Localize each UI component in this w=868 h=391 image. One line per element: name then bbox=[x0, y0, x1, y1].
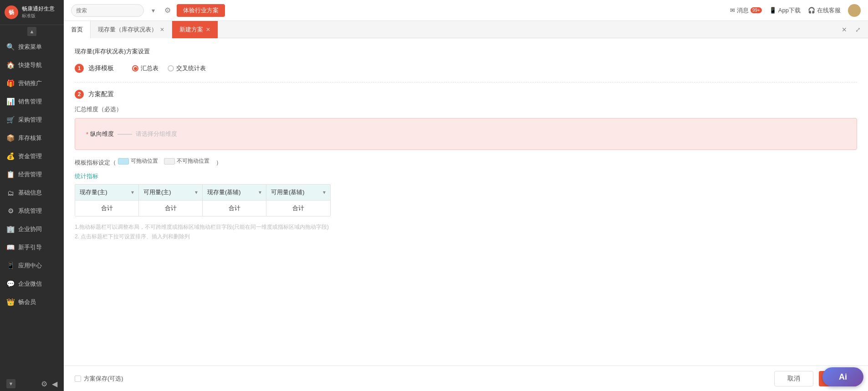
sidebar-item-label: 搜索菜单 bbox=[18, 43, 42, 51]
save-label: 方案保存(可选) bbox=[84, 375, 123, 383]
avatar[interactable] bbox=[848, 4, 861, 17]
col-header-label-0: 现存量(主) bbox=[80, 188, 107, 196]
sidebar-item-label: 资金管理 bbox=[18, 152, 42, 160]
stats-col-header-2[interactable]: 现存量(基辅) ▾ bbox=[203, 185, 266, 201]
marketing-icon: 🎁 bbox=[6, 79, 15, 87]
chevron-icon-3[interactable]: ▾ bbox=[323, 189, 326, 196]
sidebar-scroll-down[interactable]: ▼ bbox=[6, 379, 15, 388]
stats-section: 统计指标 现存量(主) ▾ 合计 bbox=[75, 172, 857, 218]
radio-summary[interactable]: 汇总表 bbox=[132, 64, 158, 72]
sidebar-item-finance[interactable]: 💰 资金管理 bbox=[0, 147, 64, 165]
chevron-icon-1[interactable]: ▾ bbox=[195, 189, 198, 196]
gear-button[interactable]: ⚙ bbox=[162, 5, 173, 16]
sidebar-item-operations[interactable]: 📋 经营管理 bbox=[0, 165, 64, 184]
cancel-button[interactable]: 取消 bbox=[774, 371, 813, 386]
sidebar-item-member[interactable]: 👑 畅会员 bbox=[0, 293, 64, 311]
tab-inventory-close-icon[interactable]: ✕ bbox=[160, 26, 164, 33]
headset-icon: 🎧 bbox=[808, 7, 815, 14]
sidebar-item-purchase[interactable]: 🛒 采购管理 bbox=[0, 111, 64, 129]
radio-cross-circle bbox=[168, 65, 174, 72]
sidebar-item-search[interactable]: 🔍 搜索菜单 bbox=[0, 38, 64, 56]
sidebar-scroll-up[interactable]: ▲ bbox=[27, 27, 36, 36]
step2-title: 方案配置 bbox=[88, 90, 114, 98]
sidebar-collapse-icon[interactable]: ◀ bbox=[52, 380, 57, 388]
content-area: 现存量(库存状况表)方案设置 1 选择模板 汇总表 交叉统计表 bbox=[64, 38, 868, 391]
stats-col-cell-0: 合计 bbox=[75, 201, 138, 216]
stats-col-header-1[interactable]: 可用量(主) ▾ bbox=[139, 185, 202, 201]
col-header-label-2: 现存量(基辅) bbox=[207, 188, 241, 196]
trial-industry-button[interactable]: 体验行业方案 bbox=[177, 4, 225, 17]
sidebar-item-enterprise[interactable]: 🏢 企业协同 bbox=[0, 220, 64, 238]
tab-expand-icon[interactable]: ⤢ bbox=[853, 24, 863, 35]
dropdown-button[interactable]: ▾ bbox=[148, 5, 158, 16]
stats-col-cell-3: 合计 bbox=[266, 201, 330, 216]
stats-col-2: 现存量(基辅) ▾ 合计 bbox=[203, 185, 266, 216]
message-button[interactable]: ✉ 消息 99+ bbox=[730, 6, 762, 15]
tab-inventory-label: 现存量（库存状况表） bbox=[98, 26, 157, 34]
app-download-button[interactable]: 📱 App下载 bbox=[769, 6, 801, 15]
save-option[interactable]: 方案保存(可选) bbox=[75, 375, 123, 383]
chevron-icon-0[interactable]: ▾ bbox=[131, 189, 134, 196]
sidebar-item-inventory[interactable]: 📦 库存核算 bbox=[0, 129, 64, 147]
sidebar-item-label: 企业微信 bbox=[18, 280, 42, 288]
sidebar-item-newbie[interactable]: 📖 新手引导 bbox=[0, 238, 64, 257]
chevron-icon-2[interactable]: ▾ bbox=[259, 189, 261, 196]
sidebar-item-quick-nav[interactable]: 🏠 快捷导航 bbox=[0, 56, 64, 74]
newbie-icon: 📖 bbox=[6, 243, 15, 252]
tab-inventory-status[interactable]: 现存量（库存状况表） ✕ bbox=[91, 21, 172, 38]
movable-tag-box bbox=[118, 158, 129, 165]
sidebar: 畅 畅康通好生意 标准版 ▲ 🔍 搜索菜单 🏠 快捷导航 🎁 营销推广 📊 销售… bbox=[0, 0, 64, 391]
operations-icon: 📋 bbox=[6, 170, 15, 179]
tab-new-plan[interactable]: 新建方案 ✕ bbox=[172, 21, 218, 38]
sidebar-item-system[interactable]: ⚙ 系统管理 bbox=[0, 202, 64, 220]
sidebar-item-app-center[interactable]: 📱 应用中心 bbox=[0, 257, 64, 275]
sidebar-item-label: 新手引导 bbox=[18, 243, 42, 252]
sidebar-item-label: 销售管理 bbox=[18, 98, 42, 106]
system-icon: ⚙ bbox=[6, 207, 15, 215]
basic-info-icon: 🗂 bbox=[6, 189, 15, 197]
radio-cross[interactable]: 交叉统计表 bbox=[168, 64, 206, 72]
purchase-icon: 🛒 bbox=[6, 116, 15, 124]
save-checkbox[interactable] bbox=[75, 376, 81, 382]
dimension-label-text: 纵向维度 bbox=[90, 130, 114, 138]
col-header-label-3: 可用量(基辅) bbox=[271, 188, 305, 196]
indicator-settings-label: 模板指标设定（ 可拖动位置 不可拖动位置 ） bbox=[75, 159, 222, 166]
sidebar-item-sales[interactable]: 📊 销售管理 bbox=[0, 93, 64, 111]
tab-home-label: 首页 bbox=[71, 26, 83, 34]
search-input[interactable] bbox=[71, 4, 144, 17]
stats-col-header-0[interactable]: 现存量(主) ▾ bbox=[75, 185, 138, 201]
step2-section: 2 方案配置 汇总维度（必选） * 纵向维度 —— 请选择分组维度 模板指标设定… bbox=[75, 90, 857, 242]
tab-new-plan-close-icon[interactable]: ✕ bbox=[206, 26, 210, 33]
topbar-right: ✉ 消息 99+ 📱 App下载 🎧 在线客服 bbox=[730, 4, 861, 17]
online-service-label: 在线客服 bbox=[817, 6, 841, 15]
tab-close-window-icon[interactable]: ✕ bbox=[839, 24, 850, 35]
sidebar-item-label: 经营管理 bbox=[18, 170, 42, 179]
tab-new-plan-label: 新建方案 bbox=[179, 26, 203, 34]
stats-col-cell-2: 合计 bbox=[203, 201, 266, 216]
template-options: 汇总表 交叉统计表 bbox=[132, 64, 206, 72]
sidebar-settings-icon[interactable]: ⚙ bbox=[41, 380, 47, 388]
stats-table: 现存量(主) ▾ 合计 可用量(主) ▾ 合计 bbox=[75, 184, 331, 216]
sidebar-item-marketing[interactable]: 🎁 营销推广 bbox=[0, 74, 64, 93]
tips-section: 1.拖动标题栏可以调整布局，不可跨维度或指标区域拖动栏目字段(只能在同一维度或指… bbox=[75, 222, 857, 242]
stats-col-cell-1: 合计 bbox=[139, 201, 202, 216]
ai-label: Ai bbox=[839, 372, 847, 382]
tab-home[interactable]: 首页 bbox=[64, 21, 91, 38]
sidebar-item-label: 系统管理 bbox=[18, 207, 42, 215]
tips-item1: 1.拖动标题栏可以调整布局，不可跨维度或指标区域拖动栏目字段(只能在同一维度或指… bbox=[75, 222, 857, 232]
indicator-movable-tag: 可拖动位置 bbox=[118, 157, 158, 165]
ai-assistant-button[interactable]: Ai bbox=[822, 367, 863, 386]
step1-num: 1 bbox=[75, 64, 84, 73]
app-download-label: App下载 bbox=[778, 6, 801, 15]
dimension-box[interactable]: * 纵向维度 —— 请选择分组维度 bbox=[75, 118, 857, 150]
app-center-icon: 📱 bbox=[6, 262, 15, 270]
stats-col-header-3[interactable]: 可用量(基辅) ▾ bbox=[266, 185, 330, 201]
step1-section: 1 选择模板 汇总表 交叉统计表 bbox=[75, 64, 857, 73]
sidebar-item-label: 应用中心 bbox=[18, 262, 42, 270]
col-header-label-1: 可用量(主) bbox=[143, 188, 171, 196]
sidebar-item-basic-info[interactable]: 🗂 基础信息 bbox=[0, 184, 64, 202]
sidebar-item-weixin[interactable]: 💬 企业微信 bbox=[0, 275, 64, 293]
online-service-button[interactable]: 🎧 在线客服 bbox=[808, 6, 841, 15]
message-label: 消息 bbox=[737, 6, 749, 15]
content-inner: 现存量(库存状况表)方案设置 1 选择模板 汇总表 交叉统计表 bbox=[64, 38, 868, 365]
